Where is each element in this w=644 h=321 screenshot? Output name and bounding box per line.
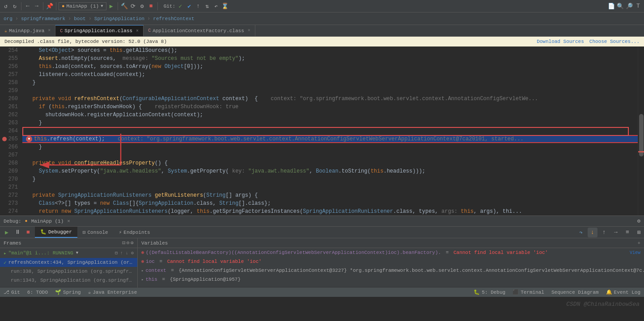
code-line-273[interactable]: Class<?>[] types = new Class[]{SpringApp…: [22, 199, 638, 207]
filter-btn[interactable]: ⊜: [127, 240, 130, 246]
code-line-265[interactable]: ● this.refresh(context); context: "org.s…: [22, 135, 638, 143]
ln-262: 262: [2, 111, 21, 119]
code-line-264[interactable]: [22, 127, 638, 135]
download-sources-link[interactable]: Download Sources: [537, 39, 584, 44]
gear-icon[interactable]: ⚙: [637, 218, 640, 224]
code-line-255[interactable]: Assert.notEmpty(sources, message: "Sourc…: [22, 55, 638, 63]
status-git-label: Git: [11, 290, 20, 295]
code-line-257[interactable]: listeners.contextLoaded(context);: [22, 71, 638, 79]
code-line-268[interactable]: private void configureHeadlessProperty()…: [22, 159, 638, 167]
code-line-254[interactable]: Set<Object> sources = this.getAllSources…: [22, 46, 638, 55]
choose-sources-link[interactable]: Choose Sources...: [589, 39, 640, 44]
var-item-3[interactable]: ▸ this = {SpringApplication@1957}: [138, 275, 644, 284]
status-terminal[interactable]: ⬛ Terminal: [513, 289, 544, 295]
nav-boot[interactable]: boot: [74, 16, 85, 21]
status-todo[interactable]: 6: TODO: [27, 290, 48, 295]
step-into-btn[interactable]: ↓: [588, 228, 597, 237]
scrollbar[interactable]: [638, 46, 644, 215]
settings-icon[interactable]: ⚙: [138, 2, 146, 10]
tab-console[interactable]: ⊡ Console: [77, 227, 114, 238]
tab-endpoints[interactable]: ⚡ Endpoints: [114, 227, 156, 238]
back-icon[interactable]: ←: [24, 2, 32, 10]
git-check-icon[interactable]: ✓: [176, 2, 184, 10]
code-line-274[interactable]: return new SpringApplicationRunListeners…: [22, 207, 638, 215]
status-eventlog[interactable]: 🔔 Event Log: [606, 289, 640, 295]
tab-debugger[interactable]: 🐛 Debugger: [35, 227, 77, 238]
status-java-enterprise[interactable]: ☕ Java Enterprise: [88, 289, 137, 295]
var-item-1[interactable]: ⊗ ioc = Cannot find local variable 'ioc': [138, 257, 644, 266]
status-spring[interactable]: 🌱 Spring: [55, 289, 81, 295]
frame-item-1[interactable]: run:338, SpringApplication (org.springfr…: [0, 267, 137, 276]
undo-icon[interactable]: ↺: [2, 2, 10, 10]
status-debug[interactable]: 🐛 5: Debug: [474, 289, 505, 295]
nav-springframework[interactable]: springframework: [21, 16, 65, 21]
step-over-btn[interactable]: ↷: [576, 228, 586, 237]
run-cursor-btn[interactable]: →: [611, 228, 621, 237]
stop-icon[interactable]: ■: [147, 2, 155, 10]
pin-icon[interactable]: 📌: [46, 2, 54, 10]
thread-item[interactable]: ▸ "main"@1 i...: RUNNING ▼ ⊟ ↑ ↓ ⊜: [0, 248, 137, 258]
redo-icon[interactable]: ↻: [11, 2, 19, 10]
git-history-icon[interactable]: ⌛: [221, 2, 229, 10]
nav-springapplication[interactable]: SpringApplication: [94, 16, 144, 21]
forward-icon[interactable]: →: [33, 2, 41, 10]
code-line-262[interactable]: shutdownHook.registerApplicationContext(…: [22, 111, 638, 119]
nav-org[interactable]: org: [4, 16, 13, 21]
code-line-267[interactable]: [22, 151, 638, 159]
code-line-258[interactable]: }: [22, 79, 638, 87]
step-out-btn[interactable]: ↑: [599, 228, 609, 237]
nav-refreshcontext[interactable]: refreshContext: [153, 16, 194, 21]
run-icon[interactable]: ▶: [107, 2, 115, 10]
frame-item-2[interactable]: run:1343, SpringApplication (org.springf…: [0, 276, 137, 285]
code-line-261[interactable]: if (this.registerShutdownHook) { registe…: [22, 103, 638, 111]
view-link-0[interactable]: View: [630, 250, 640, 255]
file-icon[interactable]: 📄: [607, 2, 615, 10]
add-watch-btn[interactable]: +: [637, 241, 640, 246]
code-line-256[interactable]: this.load(context, sources.toArray(new O…: [22, 63, 638, 71]
expand-arrow-2[interactable]: ▸: [141, 268, 144, 273]
var-item-0[interactable]: ⊗ ((DefaultListableBeanFactory)((Annotat…: [138, 248, 644, 257]
tab-appctx[interactable]: C ApplicationContextFactory.class ×: [144, 25, 255, 36]
git-push-icon[interactable]: ↑: [194, 2, 202, 10]
je-icon: ☕: [88, 289, 91, 295]
build-icon[interactable]: 🔨: [120, 2, 128, 10]
var-item-2[interactable]: ▸ context = {AnnotationConfigServletWebS…: [138, 266, 644, 275]
close-mainapp[interactable]: ×: [48, 28, 51, 33]
code-line-270[interactable]: }: [22, 175, 638, 183]
copy-btn[interactable]: ⊕: [131, 240, 134, 246]
frame-item-0[interactable]: ✓ refreshContext:434, SpringApplication …: [0, 258, 137, 267]
thread-controls-btn[interactable]: ⊟ ↑ ↓ ⊜: [115, 250, 134, 256]
git-tick-icon[interactable]: ✔: [185, 2, 193, 10]
status-git[interactable]: ⎇ Git: [4, 289, 20, 295]
tab-springapp[interactable]: C SpringApplication.class ×: [55, 25, 144, 36]
expand-arrow-3[interactable]: ▸: [141, 277, 144, 282]
translate-icon[interactable]: T: [634, 2, 642, 10]
code-line-263[interactable]: }: [22, 119, 638, 127]
code-line-271[interactable]: [22, 183, 638, 191]
git-revert-icon[interactable]: ↶: [212, 2, 220, 10]
code-line-259[interactable]: [22, 87, 638, 95]
pause-btn[interactable]: ⏸: [13, 228, 22, 237]
run-config-selector[interactable]: ● MainApp (1) ▼: [59, 2, 106, 10]
code-line-260[interactable]: private void refreshContext(Configurable…: [22, 95, 638, 103]
code-line-269[interactable]: System.setProperty("java.awt.headless", …: [22, 167, 638, 175]
tab-mainapp[interactable]: ☕ MainApp.java ×: [0, 25, 55, 36]
layout-btn[interactable]: ⊞: [634, 228, 644, 237]
stop-btn[interactable]: ■: [23, 228, 33, 237]
find-icon[interactable]: 🔎: [625, 2, 633, 10]
code-area[interactable]: Set<Object> sources = this.getAllSources…: [22, 46, 638, 215]
search-icon[interactable]: 🔍: [616, 2, 624, 10]
code-line-272[interactable]: private SpringApplicationRunListeners ge…: [22, 191, 638, 199]
thread-dump-btn[interactable]: ⊟: [122, 240, 125, 246]
reload-icon[interactable]: ⟳: [129, 2, 137, 10]
status-sequence[interactable]: Sequence Diagram: [551, 290, 599, 295]
resume-btn[interactable]: ▶: [2, 228, 12, 237]
debug-close-x[interactable]: ×: [67, 219, 70, 224]
eval-btn[interactable]: ≡: [623, 228, 632, 237]
scroll-thumb[interactable]: [639, 114, 644, 156]
git-fetch-icon[interactable]: ⇅: [203, 2, 211, 10]
ln-263: 263: [2, 119, 21, 127]
close-appctx[interactable]: ×: [248, 28, 250, 33]
code-line-266[interactable]: }: [22, 143, 638, 151]
close-springapp[interactable]: ×: [136, 29, 139, 34]
